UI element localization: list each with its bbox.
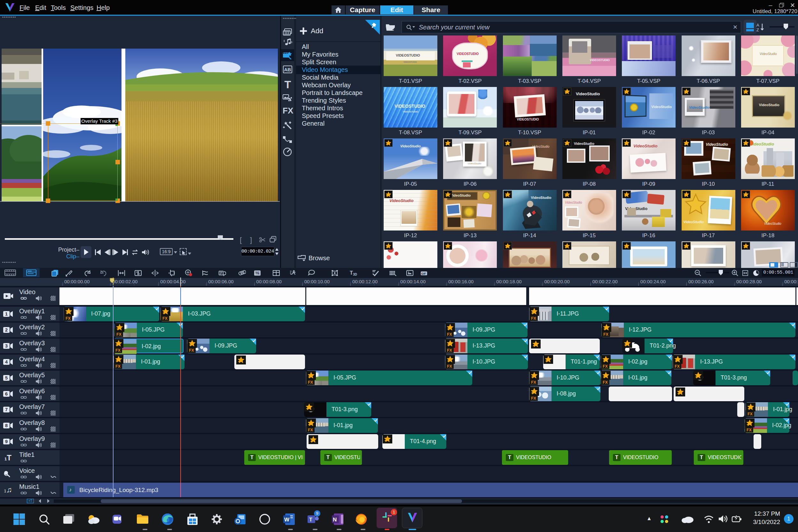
svg-text:AB: AB: [284, 67, 291, 72]
svg-text:N: N: [333, 517, 337, 523]
svg-text:A: A: [757, 23, 759, 27]
svg-text:3D: 3D: [353, 273, 357, 276]
svg-text:TE: TE: [255, 271, 260, 275]
svg-text:Z: Z: [757, 27, 759, 32]
svg-text:W: W: [284, 517, 290, 523]
svg-text:T: T: [350, 270, 353, 276]
svg-text:GIF: GIF: [421, 272, 426, 275]
svg-text:T: T: [309, 517, 312, 522]
